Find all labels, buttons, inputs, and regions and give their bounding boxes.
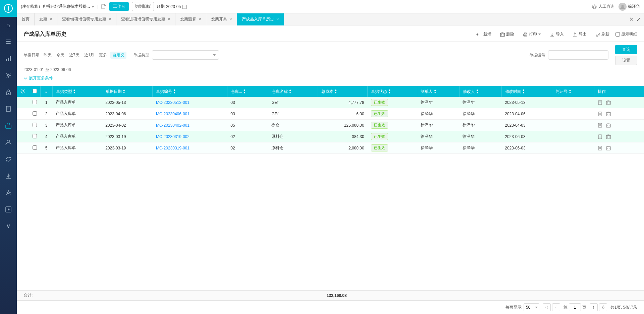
row-checkbox-cell[interactable] bbox=[29, 97, 40, 108]
row-delete-icon[interactable] bbox=[606, 145, 611, 151]
tab-warehouse-history-close[interactable]: ✕ bbox=[276, 17, 279, 21]
tab-close-all[interactable]: ✕ bbox=[629, 16, 634, 22]
row-number-link[interactable]: MC-20230513-001 bbox=[156, 100, 190, 105]
company-selector[interactable]: (库存核算）直播轻纯通信息技术股份... bbox=[21, 4, 95, 9]
th-voucher-sort[interactable]: 凭证号 ▲▼ bbox=[555, 89, 571, 95]
tab-invoice-calc-close[interactable]: ✕ bbox=[198, 17, 201, 21]
workspace-button[interactable]: 工作台 bbox=[109, 2, 129, 11]
table-row[interactable]: 4 产品入库单 2023-03-19 MC-20230319-002 02 原料… bbox=[17, 131, 644, 142]
settings-filter-button[interactable]: 设置 bbox=[615, 56, 637, 65]
row-delete-icon[interactable] bbox=[606, 134, 611, 139]
tab-invoice-calc[interactable]: 发票测算 ✕ bbox=[175, 13, 206, 25]
th-warehouse-name-sort[interactable]: 仓库名称 ▲▼ bbox=[272, 89, 291, 95]
tab-invoice-close[interactable]: ✕ bbox=[49, 17, 52, 21]
th-status[interactable]: 单据状态 ▲▼ bbox=[368, 86, 417, 97]
row-checkbox-cell[interactable] bbox=[29, 142, 40, 154]
row-checkbox-cell[interactable] bbox=[29, 108, 40, 120]
th-number-sort[interactable]: 单据编号 ▲▼ bbox=[156, 89, 176, 95]
row-checkbox-cell[interactable] bbox=[29, 120, 40, 131]
switch-button[interactable]: 切到旧版 bbox=[132, 2, 154, 11]
export-button[interactable]: 导出 bbox=[570, 30, 589, 39]
calendar-icon[interactable] bbox=[182, 4, 187, 9]
row-checkbox[interactable] bbox=[33, 134, 37, 138]
delete-button[interactable]: 删除 bbox=[497, 30, 517, 39]
number-filter-input[interactable] bbox=[548, 50, 608, 60]
sidebar-home[interactable]: ⌂ bbox=[0, 17, 17, 34]
shortcut-7days[interactable]: 近7天 bbox=[68, 52, 81, 59]
row-delete-icon[interactable] bbox=[606, 100, 611, 105]
row-number-link[interactable]: MC-20230406-001 bbox=[156, 112, 190, 116]
th-modifier[interactable]: 修改人 ▲▼ bbox=[459, 86, 501, 97]
th-total-cost[interactable]: 总成本 ▲▼ bbox=[318, 86, 367, 97]
th-modifier-sort[interactable]: 修改人 ▲▼ bbox=[463, 89, 479, 95]
row-checkbox[interactable] bbox=[33, 123, 37, 127]
th-modify-time-sort[interactable]: 修改时间 ▲▼ bbox=[505, 89, 525, 95]
table-row[interactable]: 5 产品入库单 2023-03-19 MC-20230319-001 02 原料… bbox=[17, 142, 644, 154]
sidebar-version[interactable]: V bbox=[0, 218, 17, 235]
row-edit-icon[interactable] bbox=[598, 145, 603, 151]
sidebar-settings1[interactable] bbox=[0, 67, 17, 84]
sidebar-play[interactable] bbox=[0, 201, 17, 218]
th-creator-sort[interactable]: 制单人 ▲▼ bbox=[421, 89, 436, 95]
row-number[interactable]: MC-20230402-001 bbox=[153, 120, 227, 131]
row-number[interactable]: MC-20230513-001 bbox=[153, 97, 227, 108]
import-button[interactable]: 导入 bbox=[547, 30, 567, 39]
row-edit-icon[interactable] bbox=[598, 111, 603, 117]
row-number[interactable]: MC-20230319-001 bbox=[153, 142, 227, 154]
prev-page-button[interactable]: ⟨ bbox=[552, 303, 560, 311]
table-row[interactable]: 3 产品入库单 2023-04-02 MC-20230402-001 05 徐仓… bbox=[17, 120, 644, 131]
tab-sales-invoice[interactable]: 查看销项增值税专用发票 ✕ bbox=[57, 13, 116, 25]
th-status-sort[interactable]: 单据状态 ▲▼ bbox=[371, 89, 391, 95]
th-settings[interactable] bbox=[17, 86, 29, 97]
expand-conditions-button[interactable]: 展开更多条件 bbox=[23, 74, 637, 82]
shortcut-yesterday[interactable]: 昨天 bbox=[42, 52, 53, 59]
row-edit-icon[interactable] bbox=[598, 100, 603, 105]
th-creator[interactable]: 制单人 ▲▼ bbox=[417, 86, 460, 97]
th-type-sort[interactable]: 单据类型 ▲▼ bbox=[56, 89, 76, 95]
tab-warehouse-history[interactable]: 产成品入库单历史 ✕ bbox=[237, 13, 284, 25]
first-page-button[interactable]: ⟨⟨ bbox=[543, 303, 551, 311]
tab-invoice-issue-close[interactable]: ✕ bbox=[229, 17, 232, 21]
table-row[interactable]: 2 产品入库单 2023-04-06 MC-20230406-001 03 GE… bbox=[17, 108, 644, 120]
sidebar-user[interactable] bbox=[0, 134, 17, 151]
th-total-cost-sort[interactable]: 总成本 ▲▼ bbox=[321, 89, 337, 95]
th-warehouse-code-sort[interactable]: 仓库... ▲▼ bbox=[231, 89, 246, 95]
row-delete-icon[interactable] bbox=[606, 111, 611, 117]
row-number[interactable]: MC-20230406-001 bbox=[153, 108, 227, 120]
shortcut-1month[interactable]: 近1月 bbox=[83, 52, 96, 59]
sidebar-docs[interactable] bbox=[0, 101, 17, 117]
row-number[interactable]: MC-20230319-002 bbox=[153, 131, 227, 142]
sidebar-settings2[interactable] bbox=[0, 184, 17, 201]
sidebar-download[interactable] bbox=[0, 168, 17, 184]
th-checkbox[interactable] bbox=[29, 86, 40, 97]
tab-purchase-invoice-close[interactable]: ✕ bbox=[167, 17, 170, 21]
select-all-checkbox[interactable] bbox=[33, 89, 37, 93]
row-delete-icon[interactable] bbox=[606, 123, 611, 128]
th-number[interactable]: 单据编号 ▲▼ bbox=[153, 86, 227, 97]
th-voucher[interactable]: 凭证号 ▲▼ bbox=[552, 86, 594, 97]
row-checkbox[interactable] bbox=[33, 100, 37, 104]
shortcut-more[interactable]: 更多 bbox=[98, 52, 108, 59]
th-date[interactable]: 单据日期 ▲▼ bbox=[102, 86, 153, 97]
print-button[interactable]: 打印 bbox=[520, 30, 544, 39]
row-checkbox[interactable] bbox=[33, 145, 37, 150]
shortcut-custom[interactable]: 自定义 bbox=[110, 52, 126, 59]
user-menu[interactable]: 徐泽华 bbox=[619, 3, 640, 11]
row-number-link[interactable]: MC-20230319-001 bbox=[156, 146, 190, 150]
type-filter-select[interactable] bbox=[152, 50, 219, 60]
new-button[interactable]: + + 新增 bbox=[474, 30, 494, 39]
refresh-button[interactable]: 刷新 bbox=[593, 30, 612, 39]
sidebar-lock[interactable] bbox=[0, 84, 17, 101]
sidebar-inventory[interactable] bbox=[0, 117, 17, 134]
search-button[interactable]: 查询 bbox=[615, 45, 637, 54]
row-edit-icon[interactable] bbox=[598, 123, 603, 128]
tab-invoice[interactable]: 发票 ✕ bbox=[35, 13, 57, 25]
per-page-select[interactable]: 20 50 100 bbox=[524, 303, 539, 311]
row-checkbox-cell[interactable] bbox=[29, 131, 40, 142]
row-checkbox[interactable] bbox=[33, 111, 37, 116]
show-detail-checkbox[interactable]: 显示明细 bbox=[615, 32, 637, 37]
page-number-input[interactable] bbox=[569, 303, 581, 311]
tab-purchase-invoice[interactable]: 查看进项增值税专用发票 ✕ bbox=[116, 13, 175, 25]
sidebar-menu[interactable]: ☰ bbox=[0, 34, 17, 50]
th-warehouse-code[interactable]: 仓库... ▲▼ bbox=[227, 86, 268, 97]
